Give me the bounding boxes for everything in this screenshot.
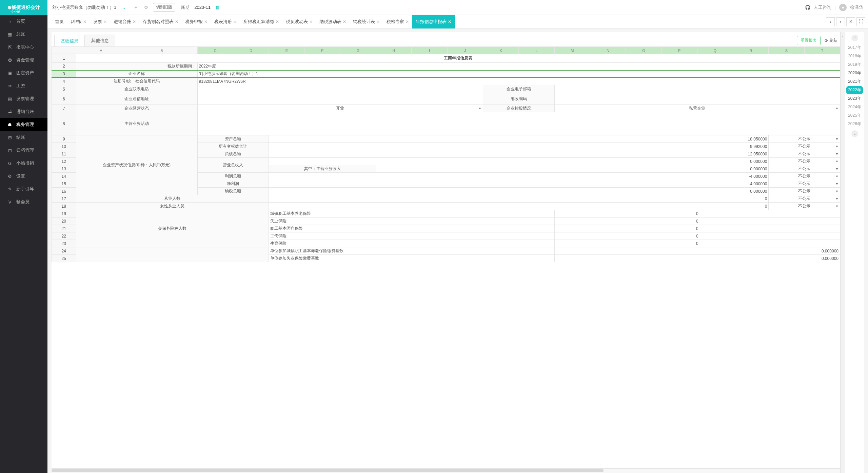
dropdown-arrow-icon[interactable]: ▼ [835,107,839,110]
calendar-icon[interactable]: ▦ [214,3,221,11]
year-down-icon[interactable]: ⌄ [851,130,858,137]
tab-9[interactable]: 纳税波动表✕ [316,15,350,29]
year-2024年[interactable]: 2024年 [846,103,863,111]
nav-item-4[interactable]: ▣固定资产 [0,67,47,79]
tab-1[interactable]: ‡申报✕ [67,15,90,29]
nav-item-14[interactable]: V畅会员 [0,195,47,208]
brand-logo: ⊕ 畅捷通好会计 专业版 [0,0,47,15]
horizontal-scrollbar[interactable] [52,468,840,473]
close-icon[interactable]: ✕ [376,19,380,24]
tab-11[interactable]: 税检专家✕ [383,15,412,29]
nav-item-5[interactable]: ≋工资 [0,79,47,92]
close-icon[interactable]: ✕ [175,19,178,24]
nav-item-0[interactable]: ⌂首页 [0,15,47,28]
tab-10[interactable]: 纳税统计表✕ [350,15,383,29]
close-icon[interactable]: ✕ [343,19,346,24]
nav-item-2[interactable]: ⇱报表中心 [0,41,47,54]
nav-item-3[interactable]: ✪资金管理 [0,54,47,67]
year-2021年[interactable]: 2021年 [846,77,863,86]
nav-icon: ✪ [7,58,13,63]
dropdown-arrow-icon[interactable]: ▼ [835,152,839,156]
year-2023年[interactable]: 2023年 [846,94,863,103]
switch-old-version-button[interactable]: 切到旧版 [153,3,175,12]
year-2025年[interactable]: 2025年 [846,111,863,120]
close-icon[interactable]: ✕ [309,19,313,24]
tab-close-all-button[interactable]: ✕ [846,17,855,26]
account-chevron-icon[interactable]: ⌄ [120,5,129,10]
headset-icon[interactable]: 🎧 [805,5,810,10]
collapse-year-panel[interactable]: ‹ [840,32,845,473]
nav-item-13[interactable]: ✎新手引导 [0,183,47,195]
nav-icon: ⊞ [7,135,13,140]
nav-item-8[interactable]: ☗税务管理 [0,118,47,131]
period-label: 账期 [181,4,190,11]
tab-8[interactable]: 税负波动表✕ [282,15,316,29]
year-panel: ⌃ 2017年2018年2019年2020年2021年2022年2023年202… [845,32,864,473]
tab-next-button[interactable]: › [836,17,845,26]
nav-icon: ≋ [7,83,13,89]
nav-icon: ▤ [7,96,13,101]
close-icon[interactable]: ✕ [448,19,451,24]
tab-6[interactable]: 税表清册✕ [211,15,240,29]
tab-prev-button[interactable]: ‹ [826,17,835,26]
spreadsheet-grid[interactable]: ABCDEFGHIJKLMNOPQRST 1工商年报信息表2税款所属期间：202… [52,46,840,468]
refresh-button[interactable]: ⟳刷新 [825,38,837,43]
avatar[interactable]: ● [839,4,847,11]
close-icon[interactable]: ✕ [133,19,136,24]
nav-icon: ✎ [7,187,13,192]
nav-item-9[interactable]: ⊞结账 [0,131,47,144]
year-2019年[interactable]: 2019年 [846,60,863,69]
topbar: 刘小艳演示账套（勿删勿动！）1 ⌄ ＋ ⚙ 切到旧版 账期 2023-11 ▦ … [47,0,868,15]
dropdown-arrow-icon[interactable]: ▼ [835,182,839,186]
reset-report-button[interactable]: 重置报表 [797,36,821,45]
sheet-tab-basic[interactable]: 基础信息 [54,35,85,47]
sheet-tab-other[interactable]: 其他信息 [85,35,115,46]
close-icon[interactable]: ✕ [276,19,279,24]
year-2026年[interactable]: 2026年 [846,120,863,128]
tab-4[interactable]: 存货别名对照表✕ [139,15,182,29]
nav-icon: V [7,200,13,205]
nav-icon: ⚙ [7,174,13,179]
nav-item-10[interactable]: ⊡归档管理 [0,144,47,157]
dropdown-arrow-icon[interactable]: ▼ [835,160,839,163]
year-up-icon[interactable]: ⌃ [851,35,858,41]
gear-icon[interactable]: ⚙ [143,3,150,11]
nav-item-11[interactable]: G小畅报销 [0,157,47,170]
period-value[interactable]: 2023-11 [194,5,211,10]
nav-item-12[interactable]: ⚙设置 [0,170,47,183]
fullscreen-button[interactable]: ⛶ [856,17,865,26]
add-icon[interactable]: ＋ [132,3,139,12]
year-2020年[interactable]: 2020年 [846,69,863,77]
close-icon[interactable]: ✕ [103,19,107,24]
tab-12[interactable]: 年报信息申报表✕ [412,15,455,29]
tab-7[interactable]: 所得税汇算清缴✕ [240,15,282,29]
close-icon[interactable]: ✕ [204,19,208,24]
close-icon[interactable]: ✕ [233,19,237,24]
nav-icon: ☗ [7,122,13,127]
nav-icon: ⌂ [7,19,13,24]
username[interactable]: 徐泽华 [850,4,863,11]
dropdown-arrow-icon[interactable]: ▼ [835,205,839,208]
dropdown-arrow-icon[interactable]: ▼ [835,145,839,148]
nav-item-1[interactable]: ▦总账 [0,28,47,41]
year-2022年[interactable]: 2022年 [846,86,863,94]
tab-2[interactable]: 发票✕ [90,15,110,29]
nav-item-6[interactable]: ▤发票管理 [0,92,47,105]
year-2018年[interactable]: 2018年 [846,52,863,60]
nav-item-7[interactable]: ⇄进销台账 [0,105,47,118]
dropdown-arrow-icon[interactable]: ▼ [835,137,839,141]
tab-5[interactable]: 税务申报✕ [182,15,211,29]
dropdown-arrow-icon[interactable]: ▼ [835,190,839,193]
close-icon[interactable]: ✕ [83,19,86,24]
tab-3[interactable]: 进销台账✕ [110,15,139,29]
consult-link[interactable]: 人工咨询 [814,4,831,11]
tab-0[interactable]: 首页 [52,15,67,29]
nav-icon: ▣ [7,71,13,76]
close-icon[interactable]: ✕ [406,19,409,24]
dropdown-arrow-icon[interactable]: ▼ [835,167,839,171]
dropdown-arrow-icon[interactable]: ▼ [835,197,839,201]
dropdown-arrow-icon[interactable]: ▼ [478,107,481,110]
account-selector[interactable]: 刘小艳演示账套（勿删勿动！）1 [52,4,116,11]
dropdown-arrow-icon[interactable]: ▼ [835,175,839,178]
year-2017年[interactable]: 2017年 [846,43,863,52]
